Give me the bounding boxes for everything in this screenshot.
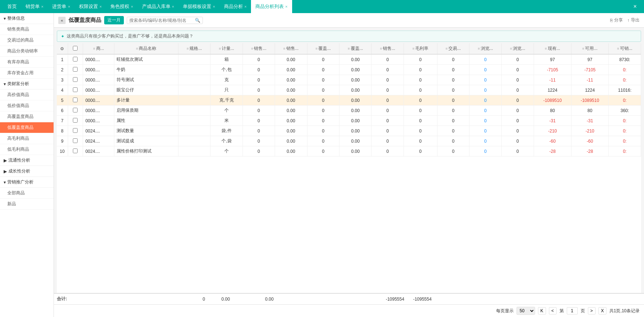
page-size-select[interactable]: 50 100 200 [517, 307, 535, 315]
sidebar-item-high-value[interactable]: 高价值商品 [0, 90, 54, 100]
row-checkbox[interactable] [73, 128, 78, 133]
sidebar-item-new-goods[interactable]: 新品 [0, 199, 54, 210]
cell-browse1[interactable]: 0 [469, 65, 501, 75]
cell-checkbox[interactable] [68, 116, 83, 126]
nav-home[interactable]: 首页 [3, 0, 21, 13]
prev-page-button[interactable]: < [549, 307, 557, 314]
row-checkbox[interactable] [73, 138, 78, 143]
sidebar-item-capital-usage[interactable]: 库存资金占用 [0, 68, 54, 79]
search-input[interactable] [129, 18, 195, 23]
nav-product-analysis[interactable]: 商品分析 × [220, 0, 251, 13]
cell-checkbox[interactable] [68, 95, 83, 106]
cell-checkbox[interactable] [68, 75, 83, 85]
sidebar-item-traded-goods[interactable]: 交易过的商品 [0, 35, 54, 46]
row-checkbox[interactable] [73, 98, 78, 102]
sidebar-section-liquidity[interactable]: ▶ 流通性分析 [0, 155, 54, 166]
th-sellable[interactable]: ≡可销... [609, 43, 641, 54]
search-icon[interactable]: 🔍 [195, 18, 200, 23]
share-button[interactable]: ⎘ 分享 [610, 17, 623, 23]
nav-purchase-close[interactable]: × [68, 4, 70, 9]
nav-template-close[interactable]: × [213, 4, 215, 9]
next-page-button[interactable]: > [588, 307, 596, 314]
th-cover1[interactable]: ≡覆盖... [307, 43, 339, 54]
th-browse1[interactable]: ≡浏览... [469, 43, 501, 54]
th-code[interactable]: ≡商... [83, 43, 114, 54]
row-checkbox[interactable] [73, 87, 78, 92]
cell-browse1[interactable]: 0 [469, 95, 501, 106]
nav-close-all[interactable]: × [629, 3, 641, 10]
th-trade[interactable]: ≡交易... [437, 43, 469, 54]
th-spec[interactable]: ≡规格... [178, 43, 210, 54]
sidebar-item-in-stock[interactable]: 有库存商品 [0, 57, 54, 68]
filter-recent-month[interactable]: 近一月 [104, 16, 124, 24]
cell-sales-qty: 0 [243, 146, 275, 156]
th-cover2[interactable]: ≡覆盖... [339, 43, 371, 54]
row-checkbox[interactable] [73, 67, 78, 72]
export-button[interactable]: ↑ 导出 [627, 17, 640, 23]
sidebar-item-low-coverage[interactable]: 低覆盖度商品 [0, 122, 54, 133]
nav-purchase[interactable]: 进货单 × [48, 0, 74, 13]
nav-product-entry[interactable]: 产成品入库单 × [138, 0, 178, 13]
nav-product-analysis-close[interactable]: × [244, 4, 247, 9]
cell-browse1[interactable]: 0 [469, 54, 501, 65]
th-available[interactable]: ≡可用... [571, 43, 609, 54]
nav-permission[interactable]: 权限设置 × [75, 0, 106, 13]
th-checkbox[interactable] [68, 43, 83, 54]
cell-checkbox[interactable] [68, 85, 83, 95]
nav-permission-close[interactable]: × [99, 4, 102, 9]
select-all-checkbox[interactable] [73, 46, 78, 51]
sidebar-item-low-value[interactable]: 低价值商品 [0, 100, 54, 111]
cell-checkbox[interactable] [68, 136, 83, 146]
sidebar-section-marketing[interactable]: ▾ 营销推广分析 [0, 177, 54, 188]
cell-checkbox[interactable] [68, 126, 83, 136]
nav-sales[interactable]: 销货单 × [21, 0, 48, 13]
cell-browse1[interactable]: 0 [469, 106, 501, 116]
nav-product-entry-close[interactable]: × [172, 4, 174, 9]
th-current-stock[interactable]: ≡现有... [534, 43, 571, 54]
sidebar-item-category-turnover[interactable]: 商品分类动销率 [0, 46, 54, 57]
th-browse2[interactable]: ≡浏览... [502, 43, 534, 54]
th-name[interactable]: ≡商品名称 [114, 43, 178, 54]
nav-sales-close[interactable]: × [41, 4, 43, 9]
th-sales-amt[interactable]: ≡销售... [275, 43, 307, 54]
cell-checkbox[interactable] [68, 146, 83, 156]
nav-role[interactable]: 角色授权 × [106, 0, 137, 13]
sidebar-item-sales-goods[interactable]: 销售类商品 [0, 24, 54, 35]
sidebar-item-high-profit[interactable]: 高毛利商品 [0, 133, 54, 144]
cell-browse1[interactable]: 0 [469, 146, 501, 156]
sidebar-section-overview[interactable]: ▾ 整体信息 [0, 13, 54, 24]
first-page-button[interactable]: K [538, 307, 546, 314]
sidebar-section-wealth[interactable]: ▾ 类财富分析 [0, 79, 54, 90]
cell-browse1[interactable]: 0 [469, 136, 501, 146]
nav-product-analysis-list[interactable]: 商品分析列表 × [251, 0, 292, 13]
sidebar-item-high-coverage[interactable]: 高覆盖度商品 [0, 111, 54, 122]
sidebar-item-low-profit[interactable]: 低毛利商品 [0, 144, 54, 155]
cell-checkbox[interactable] [68, 54, 83, 65]
row-checkbox[interactable] [73, 77, 78, 82]
page-input[interactable] [567, 307, 578, 314]
row-checkbox[interactable] [73, 108, 78, 112]
th-settings[interactable]: ⚙ [57, 43, 68, 54]
cell-browse1[interactable]: 0 [469, 75, 501, 85]
nav-role-close[interactable]: × [131, 4, 133, 9]
cell-checkbox[interactable] [68, 106, 83, 116]
nav-product-analysis-list-close[interactable]: × [285, 4, 287, 9]
cell-cover2: 0.00 [339, 95, 371, 106]
row-checkbox[interactable] [73, 57, 78, 62]
sidebar-item-all-goods[interactable]: 全部商品 [0, 188, 54, 199]
nav-template[interactable]: 单据模板设置 × [178, 0, 219, 13]
row-checkbox[interactable] [73, 148, 78, 153]
sidebar-section-growth[interactable]: ▶ 成长性分析 [0, 166, 54, 177]
cell-browse1[interactable]: 0 [469, 126, 501, 136]
th-unit[interactable]: ≡计量... [211, 43, 243, 54]
top-navigation: 首页 销货单 × 进货单 × 权限设置 × 角色授权 × 产成品入库单 × 单据… [0, 0, 644, 13]
cell-browse1[interactable]: 0 [469, 85, 501, 95]
cell-browse1[interactable]: 0 [469, 116, 501, 126]
row-checkbox[interactable] [73, 118, 78, 123]
last-page-button[interactable]: X [598, 307, 606, 314]
th-sales3[interactable]: ≡销售... [372, 43, 404, 54]
sidebar-collapse-button[interactable]: « [58, 17, 66, 24]
cell-checkbox[interactable] [68, 65, 83, 75]
th-gross-rate[interactable]: ≡毛利率 [404, 43, 437, 54]
th-sales-qty[interactable]: ≡销售... [243, 43, 275, 54]
